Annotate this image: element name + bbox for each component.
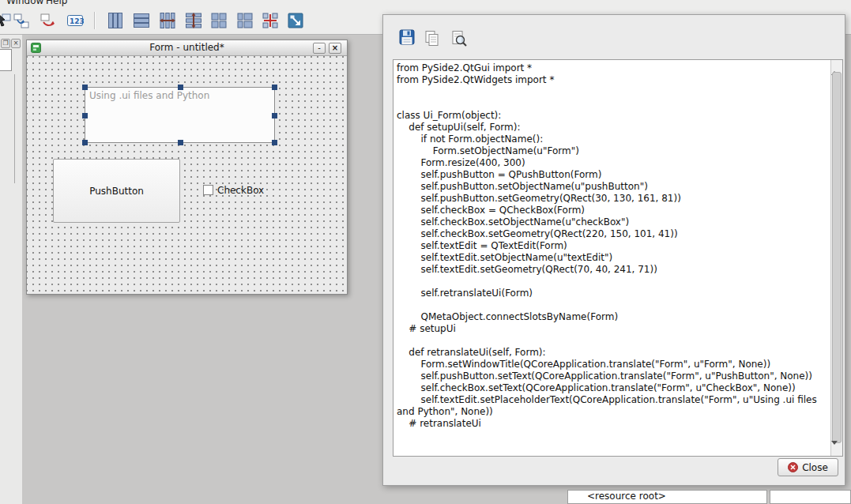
code-area[interactable]: from PySide2.QtGui import *from PySide2.… — [393, 59, 843, 457]
resource-tree-fragment[interactable]: <resource root> — [567, 490, 767, 504]
dock-close-button[interactable]: × — [11, 39, 21, 48]
resource-root-item[interactable]: <resource root> — [587, 491, 666, 502]
resize-handle-ne[interactable] — [272, 85, 277, 90]
minimize-button[interactable]: - — [313, 43, 326, 54]
scrollbar-thumb[interactable] — [832, 72, 842, 443]
form-editor-window: Form - untitled* - × Using .ui files and… — [26, 39, 348, 295]
close-button[interactable]: Close — [778, 458, 838, 476]
find-icon[interactable] — [449, 28, 469, 49]
resize-handle-e[interactable] — [272, 113, 277, 118]
textedit-widget[interactable]: Using .ui files and Python — [85, 87, 275, 143]
scroll-up-button[interactable] — [831, 60, 842, 71]
layout-form-icon[interactable] — [235, 10, 255, 31]
signals-slots-editing-icon[interactable] — [11, 10, 32, 31]
cursor-icon — [0, 12, 12, 29]
resize-handle-se[interactable] — [272, 140, 277, 145]
tab-order-editing-icon[interactable]: 123 — [65, 10, 85, 31]
checkbox-label: CheckBox — [217, 185, 264, 196]
toolbar-separator — [94, 12, 96, 29]
dock-float-button[interactable]: ❐ — [1, 39, 10, 48]
adjust-size-icon[interactable] — [285, 10, 306, 31]
resize-handle-w[interactable] — [82, 113, 88, 118]
resize-handle-s[interactable] — [178, 140, 183, 145]
dock-separator — [14, 74, 15, 183]
close-button-label: Close — [802, 462, 828, 473]
form-window-title: Form - untitled* — [27, 42, 347, 53]
code-viewer-dialog: from PySide2.QtGui import *from PySide2.… — [382, 14, 845, 486]
buddy-editing-icon[interactable] — [38, 10, 58, 31]
layout-horizontal-icon[interactable] — [105, 10, 126, 31]
pushbutton-widget[interactable]: PushButton — [53, 159, 180, 223]
layout-horizontal-splitter-icon[interactable] — [157, 10, 178, 31]
resize-handle-sw[interactable] — [82, 140, 88, 145]
resize-handle-nw[interactable] — [82, 85, 88, 90]
resize-handle-n[interactable] — [178, 85, 183, 90]
close-window-button[interactable]: × — [329, 43, 341, 54]
form-canvas[interactable]: Using .ui files and Python PushButton Ch… — [27, 56, 347, 294]
dock-filter-input[interactable] — [0, 49, 12, 71]
close-x-icon — [788, 462, 798, 472]
scroll-down-button[interactable] — [831, 445, 842, 456]
checkbox-indicator[interactable] — [203, 185, 213, 195]
code-text: from PySide2.QtGui import *from PySide2.… — [393, 60, 830, 456]
textedit-placeholder: Using .ui files and Python — [85, 88, 274, 103]
menu-help[interactable]: Help — [46, 0, 67, 6]
checkbox-widget[interactable]: CheckBox — [203, 174, 283, 206]
vertical-scrollbar[interactable] — [830, 60, 842, 456]
layout-grid-icon[interactable] — [209, 10, 229, 31]
left-dock-fragment: ❐ × — [0, 35, 22, 504]
break-layout-icon[interactable] — [260, 10, 281, 31]
menu-window[interactable]: Window — [6, 0, 43, 6]
layout-vertical-splitter-icon[interactable] — [183, 10, 204, 31]
form-window-titlebar[interactable]: Form - untitled* - × — [27, 40, 347, 56]
save-icon[interactable] — [397, 27, 417, 47]
layout-vertical-icon[interactable] — [131, 10, 152, 31]
menubar: Window Help — [0, 0, 851, 7]
tab-order-label: 123 — [70, 17, 84, 25]
resource-panel-fragment — [770, 490, 851, 504]
copy-icon[interactable] — [422, 28, 442, 49]
